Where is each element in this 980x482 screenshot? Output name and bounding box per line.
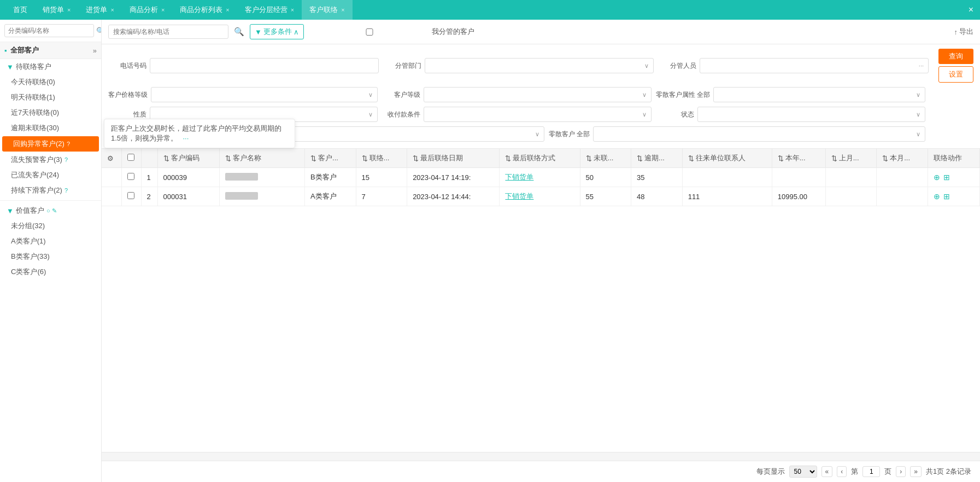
sidebar-item-overdue-pending[interactable]: 逾期未联络(30) <box>0 120 101 136</box>
next-page-button[interactable]: › <box>896 466 906 477</box>
col-name[interactable]: ⇅ 客户名称 <box>219 149 304 168</box>
nav-sales-close-icon[interactable]: × <box>67 7 71 13</box>
row1-grid-icon[interactable]: ⊞ <box>943 173 950 182</box>
main-layout: 🔍 ▪ 全部客户 » ▼ 待联络客户 今天待联络(0) 明天待联络(1) 近7天… <box>0 20 980 482</box>
row1-checkbox[interactable] <box>121 168 141 187</box>
row2-link-icon[interactable]: ⊕ <box>934 192 940 201</box>
tooltip-more-icon[interactable]: ··· <box>183 134 189 142</box>
filter-select-payment[interactable]: ∨ <box>424 107 652 122</box>
nav-purchase-close-icon[interactable]: × <box>110 7 114 13</box>
sidebar-item-tomorrow-pending[interactable]: 明天待联络(1) <box>0 90 101 105</box>
row2-check[interactable] <box>127 192 134 199</box>
sidebar-item-b-class[interactable]: B类客户(33) <box>0 249 101 264</box>
horizontal-scrollbar[interactable] <box>102 452 980 461</box>
col-level[interactable]: ⇅ 客户... <box>305 149 356 168</box>
col-last-month[interactable]: ⇅ 上月... <box>825 149 877 168</box>
col-index <box>141 149 157 168</box>
manager-dots-icon: ··· <box>919 62 924 69</box>
col-contact-count[interactable]: ⇅ 联络... <box>356 149 407 168</box>
first-page-button[interactable]: « <box>821 466 833 477</box>
sidebar-item-continuous-down[interactable]: 持续下滑客户(2) ? <box>0 183 101 198</box>
nav-purchase-order[interactable]: 进货单 × <box>78 0 121 20</box>
col-last-contact-method[interactable]: ⇅ 最后联络方式 <box>500 149 580 168</box>
filter-select-department[interactable]: ∨ <box>425 58 654 73</box>
nav-customer-tier[interactable]: 客户分层经营 × <box>237 0 302 20</box>
scroll-inner <box>102 452 980 453</box>
col-unit-contact[interactable]: ⇅ 往来单位联系人 <box>682 149 772 168</box>
col-this-year[interactable]: ⇅ 本年... <box>772 149 825 168</box>
more-conditions-button[interactable]: ▼ 更多条件 ∧ <box>250 24 304 39</box>
nav-product-analysis-list[interactable]: 商品分析列表 × <box>172 0 237 20</box>
sort-icon-name: ⇅ <box>225 154 231 162</box>
row1-contact: 15 <box>356 168 407 187</box>
window-close-button[interactable]: × <box>969 5 973 15</box>
my-customers-checkbox[interactable]: 我分管的客户 <box>309 27 474 37</box>
sidebar-item-7days-pending[interactable]: 近7天待联络(0) <box>0 105 101 120</box>
search-input[interactable] <box>108 25 228 39</box>
filter-select-retail-all[interactable]: ∨ <box>593 126 925 142</box>
table-header-row: ⚙ ⇅ 客户编码 <box>102 149 980 168</box>
row2-checkbox[interactable] <box>121 187 141 206</box>
row1-last-contact-method[interactable]: 下销货单 <box>500 168 580 187</box>
settings-button[interactable]: 设置 <box>938 66 973 83</box>
row2-last-month <box>825 187 877 206</box>
filter-select-manager[interactable]: ··· <box>700 58 929 73</box>
filter-select-status[interactable]: ∨ <box>697 107 925 122</box>
last-page-button[interactable]: » <box>910 466 922 477</box>
export-button[interactable]: ↑ 导出 <box>954 27 974 37</box>
prev-page-button[interactable]: ‹ <box>837 466 847 477</box>
row1-link-icon[interactable]: ⊕ <box>934 173 940 182</box>
row1-settings <box>102 168 121 187</box>
data-table: ⚙ ⇅ 客户编码 <box>102 149 980 206</box>
filter-input-phone[interactable] <box>150 58 379 73</box>
sidebar-search-input[interactable] <box>4 24 94 37</box>
table-header: ⚙ ⇅ 客户编码 <box>102 149 980 168</box>
col-checkbox[interactable] <box>121 149 141 168</box>
col-overdue[interactable]: ⇅ 逾期... <box>631 149 683 168</box>
sidebar-item-c-class[interactable]: C类客户(6) <box>0 264 101 280</box>
sort-icon-unread: ⇅ <box>586 154 592 162</box>
sidebar-item-ungrouped[interactable]: 未分组(32) <box>0 218 101 234</box>
filter-select-price-level[interactable]: ∨ <box>151 87 378 102</box>
sidebar-value-customers-group[interactable]: ▼ 价值客户 ○ ✎ <box>0 203 101 218</box>
sidebar-pending-contact-group[interactable]: ▼ 待联络客户 <box>0 59 101 74</box>
sort-icon-contact: ⇅ <box>362 154 368 162</box>
col-unread[interactable]: ⇅ 未联... <box>580 149 631 168</box>
sidebar-fold-icon[interactable]: » <box>93 47 97 55</box>
sidebar-item-lost[interactable]: 已流失客户(24) <box>0 167 101 183</box>
per-page-select[interactable]: 50 20 100 <box>789 466 817 478</box>
nav-home[interactable]: 首页 <box>5 0 35 20</box>
row1-last-contact-date: 2023-04-17 14:19: <box>407 168 500 187</box>
col-this-month[interactable]: ⇅ 本月... <box>877 149 928 168</box>
search-button[interactable]: 🔍 <box>234 27 244 37</box>
filter-cell-status: 状态 ∨ <box>656 107 925 122</box>
sidebar-value-edit-icons[interactable]: ○ ✎ <box>46 207 57 214</box>
nav-customer-contact[interactable]: 客户联络 × <box>302 0 352 20</box>
sidebar-item-lost-preview[interactable]: 流失预警客户(3) ? <box>0 152 101 167</box>
nav-product-analysis-list-close-icon[interactable]: × <box>226 7 229 13</box>
filter-select-customer-level[interactable]: ∨ <box>424 87 652 102</box>
row1-check[interactable] <box>127 173 134 180</box>
sidebar-collapse-icon[interactable]: ▪ <box>4 47 7 55</box>
row1-unit-contact <box>682 168 772 187</box>
sidebar-item-today-pending[interactable]: 今天待联络(0) <box>0 74 101 90</box>
sidebar-item-a-class[interactable]: A类客户(1) <box>0 234 101 249</box>
select-all-checkbox[interactable] <box>127 154 134 161</box>
col-last-contact-date[interactable]: ⇅ 最后联络日期 <box>407 149 500 168</box>
row2-last-contact-method[interactable]: 下销货单 <box>500 187 580 206</box>
sidebar-item-repurchase-abnormal[interactable]: 回购异常客户(2) ? <box>2 136 99 152</box>
query-button[interactable]: 查询 <box>938 49 973 64</box>
nav-product-analysis-close-icon[interactable]: × <box>161 7 165 13</box>
nav-product-analysis[interactable]: 商品分析 × <box>122 0 172 20</box>
sidebar-search-icon[interactable]: 🔍 <box>96 27 102 35</box>
table-body: 1 000039 B类客户 15 <box>102 168 980 206</box>
filter-select-retail-attr[interactable]: ∨ <box>713 87 925 102</box>
nav-customer-contact-close-icon[interactable]: × <box>341 7 344 13</box>
col-code[interactable]: ⇅ 客户编码 <box>157 149 219 168</box>
nav-customer-tier-close-icon[interactable]: × <box>291 7 294 13</box>
page-number-input[interactable] <box>862 466 880 477</box>
col-settings[interactable]: ⚙ <box>102 149 121 168</box>
nav-sales-order[interactable]: 销货单 × <box>35 0 78 20</box>
my-customers-check[interactable] <box>309 28 430 36</box>
row2-grid-icon[interactable]: ⊞ <box>943 192 950 201</box>
